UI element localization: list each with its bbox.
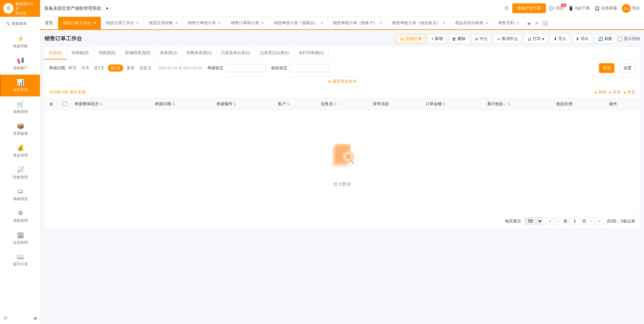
- sidebar-item-quick-nav[interactable]: ⚡ 快捷导航: [0, 31, 40, 53]
- tab-cash-reconcile[interactable]: 钱货日清对账 ✕: [144, 17, 183, 29]
- date-custom-btn[interactable]: 自定义: [138, 65, 153, 72]
- print-button[interactable]: 🖨 打印 ▾: [524, 34, 548, 44]
- date-yesterday-btn[interactable]: 昨天: [67, 65, 78, 72]
- th-doc-date: 单据日期 ⇅: [152, 98, 213, 110]
- tab-overflow-button[interactable]: ▶: [526, 19, 533, 27]
- date-today-btn[interactable]: 今天: [80, 65, 91, 72]
- tab-sales-workbench[interactable]: 销售订单工作台 ✕: [58, 17, 101, 29]
- sort-customer-icon[interactable]: ⇅: [287, 102, 290, 106]
- sidebar-item-operations[interactable]: 📈 经营管理: [0, 162, 40, 184]
- sort-staff-icon[interactable]: ⇅: [334, 102, 337, 106]
- status-select[interactable]: [225, 64, 266, 72]
- page-size-select[interactable]: 50 10 20 100: [524, 217, 543, 225]
- tab-sales-exec[interactable]: 销售订单执行表 ✕: [226, 17, 269, 29]
- th-customer: 客户 ⇅: [274, 98, 317, 110]
- user-menu-button[interactable]: Ea 用友: [622, 4, 640, 13]
- date-7days-btn[interactable]: 近7天: [93, 65, 106, 72]
- cancel-stop-button[interactable]: ↩ 取消中止: [493, 34, 522, 44]
- sort-doc-status-icon[interactable]: ⇅: [100, 102, 102, 106]
- subtab-overdue-not-shipped[interactable]: 到期未发货(0): [182, 47, 216, 59]
- delete-icon: 🗑: [452, 37, 456, 41]
- tab-close-all-button[interactable]: ✕: [533, 19, 540, 27]
- next-page-button[interactable]: ›: [588, 217, 594, 225]
- date-more-btn[interactable]: 更多: [125, 65, 136, 72]
- prev-page-button[interactable]: ‹: [555, 217, 562, 225]
- sidebar-item-basic[interactable]: 🗂 基础信息: [0, 184, 40, 205]
- tab-home[interactable]: 首页: [40, 17, 58, 29]
- column-settings-icon[interactable]: ⚙: [49, 102, 53, 107]
- tab-sales-unified-customer-close[interactable]: ✕: [379, 21, 382, 25]
- tab-cash-daily-close[interactable]: ✕: [136, 21, 139, 25]
- subtab-shipped-not-warehoused[interactable]: 已发货未出库(0): [216, 47, 255, 59]
- tab-sales-unified-product[interactable]: 销货单统计表（按商品） ✕: [269, 17, 328, 29]
- payment-select[interactable]: [289, 64, 330, 72]
- tab-sales-exec-close[interactable]: ✕: [261, 21, 264, 25]
- stop-button[interactable]: ⊘ 中止: [471, 34, 491, 44]
- ship-action-button[interactable]: ● 发货: [624, 89, 635, 95]
- settings-footer-button[interactable]: ⚙: [3, 315, 8, 321]
- tab-sales-unified-customer[interactable]: 销货单统计表（按客户） ✕: [328, 17, 387, 29]
- tab-cash-daily[interactable]: 钱货日清工作台 ✕: [101, 17, 144, 29]
- tab-sales-unified-product-close[interactable]: ✕: [320, 21, 323, 25]
- topbar-settings-button[interactable]: ⚙: [504, 5, 509, 11]
- show-detail-checkbox[interactable]: [618, 37, 622, 41]
- sidebar-item-system[interactable]: ⚙ 系统管理: [0, 205, 40, 227]
- delete-button[interactable]: 🗑 删除: [448, 34, 469, 44]
- review-action-button[interactable]: ● 审核: [594, 89, 606, 95]
- message-button[interactable]: 💬 消息 6: [549, 5, 564, 11]
- tab-gross-margin-close[interactable]: ✕: [485, 21, 488, 25]
- tab-maximize-button[interactable]: ⬜: [541, 19, 549, 27]
- sort-doc-date-icon[interactable]: ⇅: [172, 102, 175, 106]
- tab-sales-workbench-close[interactable]: ✕: [93, 21, 96, 25]
- cancel-review-action-button[interactable]: ● 弃审: [609, 89, 621, 95]
- tab-sales-more[interactable]: 销售毛利 ✕: [493, 17, 524, 29]
- last-page-button[interactable]: »: [596, 217, 603, 225]
- collapse-sidebar-button[interactable]: ◀: [33, 315, 37, 321]
- subtab-all[interactable]: 全部(0): [44, 47, 67, 59]
- sidebar-item-enterprise[interactable]: 🏢 企业协同: [0, 227, 40, 249]
- subtab-wangpu-deliver[interactable]: 旺铺待发货(0): [121, 47, 156, 59]
- topbar-right: 💬 消息 6 📱 App下载 🎧 在线客服 Ea 用友: [549, 4, 640, 13]
- ship-dot: ●: [624, 90, 626, 95]
- page-number-input[interactable]: [569, 217, 581, 225]
- query-button[interactable]: 查询: [599, 63, 614, 73]
- sales-icon: 📊: [17, 79, 24, 86]
- subtab-pending-inspect[interactable]: 待拣货(0): [94, 47, 121, 59]
- tab-sales-unified-staff[interactable]: 销货单统计表（按业务员） ✕: [387, 17, 450, 29]
- tab-sales-more-close[interactable]: ✕: [516, 21, 519, 25]
- app-download-button[interactable]: 📱 App下载: [568, 5, 590, 11]
- tab-sales-stats-close[interactable]: ✕: [218, 21, 221, 25]
- online-service-button[interactable]: 🎧 在线客服: [595, 5, 617, 11]
- tab-sales-stats[interactable]: 销售订单统计表 ✕: [183, 17, 226, 29]
- import-button[interactable]: ⬇ 导入: [550, 34, 570, 44]
- subtab-not-shipped[interactable]: 未发货(0): [155, 47, 182, 59]
- sort-doc-no-icon[interactable]: ⇅: [233, 102, 236, 106]
- new-button[interactable]: + 新增: [428, 34, 446, 44]
- sidebar-item-marketing[interactable]: 📢 营销推广: [0, 53, 40, 75]
- subtab-shipped-warehoused[interactable]: 已发货已出库(0): [255, 47, 294, 59]
- sidebar-item-sales[interactable]: 📊 销售管理: [0, 75, 40, 96]
- sidebar-item-finance[interactable]: 💰 资金管理: [0, 140, 40, 162]
- export-button[interactable]: ⬆ 导出: [572, 34, 592, 44]
- refresh-button[interactable]: 🔄 刷新: [594, 34, 616, 44]
- sort-order-amount-icon[interactable]: ⇅: [443, 102, 445, 106]
- sidebar-item-purchase[interactable]: 🛒 采购管理: [0, 96, 40, 118]
- tab-sales-unified-staff-close[interactable]: ✕: [442, 21, 445, 25]
- filter-settings-button[interactable]: 设置: [620, 63, 635, 73]
- first-page-button[interactable]: «: [546, 217, 554, 225]
- sidebar-item-guide[interactable]: 📖 新手引导: [0, 249, 40, 271]
- sidebar-item-inventory[interactable]: 📦 库存核算: [0, 118, 40, 140]
- subtab-pending-review[interactable]: 待审核(0): [67, 47, 94, 59]
- subtab-not-printed[interactable]: 未打印单据(0): [294, 47, 329, 59]
- tab-gross-margin[interactable]: 商品毛利分析表 ✕: [450, 17, 493, 29]
- smart-create-button[interactable]: ⭐ 智能生单: [396, 34, 426, 44]
- date-1month-btn[interactable]: 近1月: [108, 65, 124, 72]
- sort-collected-icon[interactable]: ⇅: [508, 102, 510, 106]
- industry-solution-button[interactable]: 体验行业方案: [512, 3, 546, 13]
- system-dropdown-button[interactable]: ▾: [103, 5, 111, 12]
- empty-text: 暂无数据: [334, 181, 351, 187]
- search-menu-button[interactable]: 🔍 搜索菜单: [3, 19, 37, 28]
- tab-cash-reconcile-close[interactable]: ✕: [175, 21, 178, 25]
- expand-conditions-button[interactable]: ▼ 展开更多条件: [328, 79, 357, 84]
- select-all-checkbox[interactable]: [62, 102, 67, 106]
